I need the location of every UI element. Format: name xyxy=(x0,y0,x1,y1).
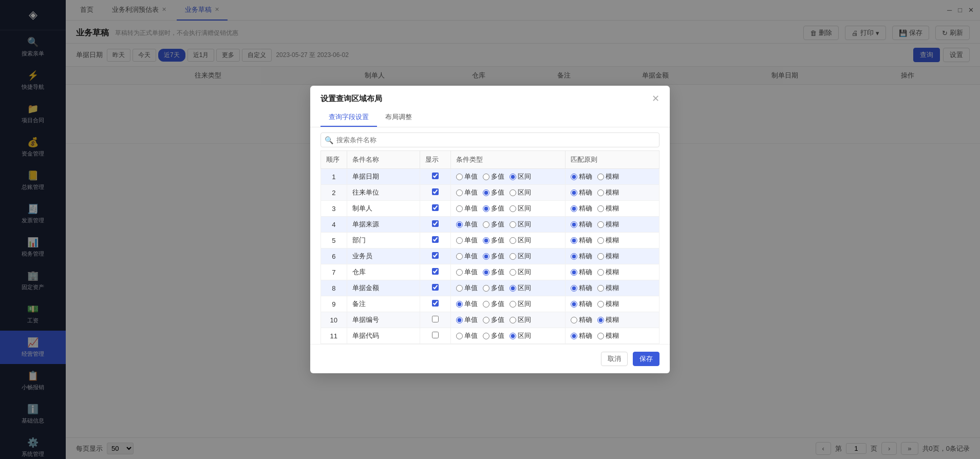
match-radio-模糊-row3[interactable]: 模糊 xyxy=(597,204,619,213)
type-radio-input-单值-row6[interactable] xyxy=(456,253,463,260)
type-radio-单值-row3[interactable]: 单值 xyxy=(456,204,478,213)
match-radio-input-精确-row10[interactable] xyxy=(571,317,577,323)
type-radio-单值-row4[interactable]: 单值 xyxy=(456,220,478,229)
match-radio-input-模糊-row5[interactable] xyxy=(597,237,604,244)
type-radio-多值-row3[interactable]: 多值 xyxy=(483,204,504,213)
type-radio-多值-row7[interactable]: 多值 xyxy=(483,267,504,277)
match-radio-精确-row9[interactable]: 精确 xyxy=(571,299,592,309)
match-radio-精确-row8[interactable]: 精确 xyxy=(571,283,592,293)
type-radio-单值-row2[interactable]: 单值 xyxy=(456,188,478,197)
match-radio-input-模糊-row4[interactable] xyxy=(597,221,604,228)
type-radio-区间-row3[interactable]: 区间 xyxy=(510,204,531,213)
type-radio-多值-row10[interactable]: 多值 xyxy=(483,315,504,324)
type-radio-input-单值-row8[interactable] xyxy=(456,285,463,292)
match-radio-input-精确-row9[interactable] xyxy=(571,301,577,308)
type-radio-input-多值-row5[interactable] xyxy=(483,237,489,244)
match-radio-精确-row7[interactable]: 精确 xyxy=(571,267,592,277)
type-radio-区间-row1[interactable]: 区间 xyxy=(510,172,531,181)
match-radio-精确-row6[interactable]: 精确 xyxy=(571,252,592,261)
modal-tab-layout[interactable]: 布局调整 xyxy=(377,108,420,127)
type-radio-input-单值-row7[interactable] xyxy=(456,269,463,276)
type-radio-input-多值-row9[interactable] xyxy=(483,301,489,308)
type-radio-input-区间-row1[interactable] xyxy=(510,174,516,180)
type-radio-单值-row11[interactable]: 单值 xyxy=(456,331,478,340)
type-radio-单值-row8[interactable]: 单值 xyxy=(456,283,478,293)
type-radio-input-单值-row5[interactable] xyxy=(456,237,463,244)
show-checkbox-row4[interactable] xyxy=(432,220,439,227)
type-radio-input-多值-row4[interactable] xyxy=(483,221,489,228)
type-radio-input-区间-row10[interactable] xyxy=(510,317,516,323)
type-radio-input-区间-row7[interactable] xyxy=(510,269,516,276)
modal-search-input[interactable] xyxy=(321,132,659,147)
match-radio-input-模糊-row7[interactable] xyxy=(597,269,604,276)
type-radio-单值-row10[interactable]: 单值 xyxy=(456,315,478,324)
match-radio-模糊-row5[interactable]: 模糊 xyxy=(597,236,619,245)
match-radio-模糊-row10[interactable]: 模糊 xyxy=(597,315,619,324)
match-radio-模糊-row8[interactable]: 模糊 xyxy=(597,283,619,293)
type-radio-单值-row1[interactable]: 单值 xyxy=(456,172,478,181)
type-radio-input-多值-row6[interactable] xyxy=(483,253,489,260)
type-radio-多值-row2[interactable]: 多值 xyxy=(483,188,504,197)
match-radio-模糊-row7[interactable]: 模糊 xyxy=(597,267,619,277)
type-radio-input-区间-row4[interactable] xyxy=(510,221,516,228)
modal-tab-fields[interactable]: 查询字段设置 xyxy=(321,108,377,127)
show-checkbox-row7[interactable] xyxy=(432,268,439,275)
type-radio-input-单值-row11[interactable] xyxy=(456,333,463,339)
type-radio-区间-row7[interactable]: 区间 xyxy=(510,267,531,277)
match-radio-input-精确-row7[interactable] xyxy=(571,269,577,276)
type-radio-input-多值-row8[interactable] xyxy=(483,285,489,292)
type-radio-input-单值-row3[interactable] xyxy=(456,205,463,212)
type-radio-input-多值-row1[interactable] xyxy=(483,174,489,180)
match-radio-input-模糊-row9[interactable] xyxy=(597,301,604,308)
show-checkbox-row6[interactable] xyxy=(432,252,439,259)
type-radio-多值-row4[interactable]: 多值 xyxy=(483,220,504,229)
type-radio-多值-row8[interactable]: 多值 xyxy=(483,283,504,293)
type-radio-多值-row9[interactable]: 多值 xyxy=(483,299,504,309)
match-radio-模糊-row1[interactable]: 模糊 xyxy=(597,172,619,181)
match-radio-模糊-row2[interactable]: 模糊 xyxy=(597,188,619,197)
match-radio-input-模糊-row10[interactable] xyxy=(597,317,604,323)
type-radio-多值-row1[interactable]: 多值 xyxy=(483,172,504,181)
type-radio-区间-row11[interactable]: 区间 xyxy=(510,331,531,340)
type-radio-input-多值-row11[interactable] xyxy=(483,333,489,339)
show-checkbox-row5[interactable] xyxy=(432,236,439,243)
type-radio-多值-row11[interactable]: 多值 xyxy=(483,331,504,340)
type-radio-区间-row9[interactable]: 区间 xyxy=(510,299,531,309)
type-radio-input-单值-row2[interactable] xyxy=(456,189,463,196)
type-radio-input-多值-row3[interactable] xyxy=(483,205,489,212)
cancel-button[interactable]: 取消 xyxy=(601,352,628,366)
match-radio-精确-row4[interactable]: 精确 xyxy=(571,220,592,229)
match-radio-input-精确-row4[interactable] xyxy=(571,221,577,228)
type-radio-区间-row8[interactable]: 区间 xyxy=(510,283,531,293)
show-checkbox-row2[interactable] xyxy=(432,188,439,195)
type-radio-input-单值-row9[interactable] xyxy=(456,301,463,308)
type-radio-单值-row6[interactable]: 单值 xyxy=(456,252,478,261)
type-radio-单值-row7[interactable]: 单值 xyxy=(456,267,478,277)
type-radio-input-区间-row8[interactable] xyxy=(510,285,516,292)
match-radio-模糊-row11[interactable]: 模糊 xyxy=(597,331,619,340)
match-radio-input-模糊-row6[interactable] xyxy=(597,253,604,260)
match-radio-精确-row3[interactable]: 精确 xyxy=(571,204,592,213)
type-radio-input-区间-row9[interactable] xyxy=(510,301,516,308)
match-radio-input-精确-row6[interactable] xyxy=(571,253,577,260)
match-radio-精确-row11[interactable]: 精确 xyxy=(571,331,592,340)
match-radio-input-精确-row11[interactable] xyxy=(571,333,577,339)
match-radio-input-模糊-row8[interactable] xyxy=(597,285,604,292)
match-radio-模糊-row6[interactable]: 模糊 xyxy=(597,252,619,261)
match-radio-精确-row1[interactable]: 精确 xyxy=(571,172,592,181)
match-radio-input-精确-row1[interactable] xyxy=(571,174,577,180)
match-radio-input-模糊-row3[interactable] xyxy=(597,205,604,212)
match-radio-input-精确-row3[interactable] xyxy=(571,205,577,212)
type-radio-单值-row5[interactable]: 单值 xyxy=(456,236,478,245)
match-radio-模糊-row9[interactable]: 模糊 xyxy=(597,299,619,309)
match-radio-input-模糊-row1[interactable] xyxy=(597,174,604,180)
match-radio-精确-row5[interactable]: 精确 xyxy=(571,236,592,245)
type-radio-input-区间-row6[interactable] xyxy=(510,253,516,260)
match-radio-input-精确-row8[interactable] xyxy=(571,285,577,292)
type-radio-input-区间-row5[interactable] xyxy=(510,237,516,244)
match-radio-input-模糊-row2[interactable] xyxy=(597,189,604,196)
type-radio-input-单值-row1[interactable] xyxy=(456,174,463,180)
type-radio-input-单值-row10[interactable] xyxy=(456,317,463,323)
type-radio-input-多值-row7[interactable] xyxy=(483,269,489,276)
type-radio-区间-row4[interactable]: 区间 xyxy=(510,220,531,229)
